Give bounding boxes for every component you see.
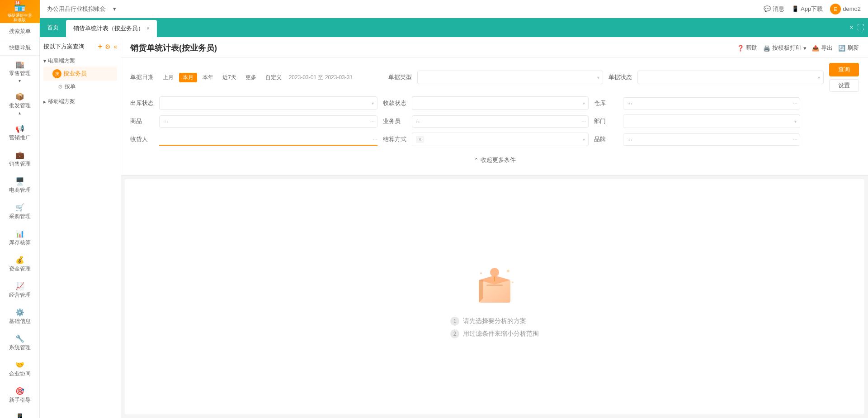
mobile-scheme-label: 移动端方案	[48, 98, 75, 105]
recv-status-select: ▾	[412, 96, 589, 110]
sidebar-item-marketing-label: 营销推广	[9, 134, 31, 142]
doc-type-display[interactable]	[417, 71, 604, 84]
sidebar-item-finance-label: 资金管理	[9, 265, 31, 273]
out-status-display[interactable]	[159, 96, 377, 110]
window-controls: × ⛶	[849, 24, 868, 32]
export-button[interactable]: 📤 导出	[812, 44, 833, 52]
help-button[interactable]: ❓ 帮助	[737, 44, 758, 52]
goods-input-wrap: ···	[159, 115, 377, 128]
sidebar-item-marketing[interactable]: 📢 营销推广	[0, 120, 39, 146]
sidebar-item-newbie[interactable]: 🎯 新手引导	[0, 382, 39, 408]
settlement-label: 结算方式	[383, 135, 408, 143]
date-tab-last-month[interactable]: 上月	[159, 73, 177, 82]
filter-row-2: 出库状态 ▾ 收款状态 ▾ 仓库	[130, 96, 859, 110]
topbar-left: 办公用品行业模拟账套 ▾	[47, 5, 116, 13]
scheme-item-salesperson[interactable]: 按 按业务员	[43, 66, 117, 81]
desktop-scheme-group-title[interactable]: ▾ 电脑端方案	[43, 55, 117, 66]
left-panel-actions: + ⚙ «	[98, 43, 117, 51]
sidebar-quick-nav[interactable]: 快捷导航	[0, 40, 39, 56]
goods-input[interactable]	[159, 115, 377, 128]
filter-area: 单据日期 上月 本月 本年 近7天 更多 自定义 2023-03-01 至 20…	[121, 57, 868, 176]
print-dropdown-icon: ▾	[803, 45, 807, 52]
sidebar-logo: 🏪 畅捷通好生意 标准版	[0, 0, 40, 23]
dept-select: ▾	[623, 114, 800, 128]
query-button[interactable]: 查询	[829, 63, 859, 76]
print-button[interactable]: 🖨️ 按模板打印 ▾	[763, 44, 807, 52]
dropdown-icon: ▾	[113, 5, 116, 12]
doc-type-arrow-icon: ▾	[597, 75, 599, 80]
window-max-button[interactable]: ⛶	[857, 24, 864, 32]
warehouse-dots-icon: ···	[793, 100, 797, 106]
brand-input[interactable]	[623, 133, 800, 146]
logo-text: 畅捷通好生意	[8, 13, 32, 18]
tab-home[interactable]: 首页	[40, 18, 66, 37]
refresh-button[interactable]: 🔄 刷新	[838, 44, 859, 52]
settings-button[interactable]: 设置	[829, 79, 859, 92]
receiver-input-wrap: ···	[159, 133, 377, 146]
sidebar-item-inventory[interactable]: 📊 库存核算	[0, 225, 39, 251]
salesperson-input[interactable]	[412, 115, 589, 128]
sidebar-item-basic[interactable]: ⚙️ 基础信息	[0, 304, 39, 330]
dept-label: 部门	[594, 117, 619, 125]
tab-home-label: 首页	[47, 24, 59, 32]
collapse-bar: ⌃ 收起更多条件	[130, 151, 859, 170]
settlement-tag: ×	[416, 136, 424, 143]
basic-icon: ⚙️	[15, 308, 24, 317]
recv-status-display[interactable]	[412, 96, 589, 110]
sidebar-item-retail[interactable]: 🏬 零售管理 ▾	[0, 56, 39, 88]
sidebar-item-purchase[interactable]: 🛒 采购管理	[0, 199, 39, 225]
svg-point-7	[490, 268, 499, 277]
tab-close-button[interactable]: ×	[146, 25, 150, 32]
sidebar-item-system-label: 系统管理	[9, 344, 31, 352]
sidebar-item-wholesale[interactable]: 📦 批发管理 ▴	[0, 88, 39, 120]
date-tab-this-month[interactable]: 本月	[179, 73, 197, 82]
sidebar-item-sales[interactable]: 💼 销售管理	[0, 146, 39, 172]
sidebar-search-menu[interactable]: 搜索菜单	[0, 23, 39, 40]
brand-input-wrap: ···	[623, 133, 800, 146]
print-icon: 🖨️	[763, 45, 770, 52]
tab-sales-report[interactable]: 销货单统计表（按业务员） ×	[66, 20, 157, 37]
add-scheme-button[interactable]: +	[98, 43, 102, 51]
date-tab-custom[interactable]: 自定义	[262, 73, 285, 82]
operation-icon: 📈	[15, 282, 24, 290]
sidebar-item-finance[interactable]: 💰 资金管理	[0, 251, 39, 277]
topbar-dropdown[interactable]: ▾	[113, 5, 116, 12]
tab-active-label: 销货单统计表（按业务员）	[73, 24, 144, 33]
settlement-display[interactable]: ×	[412, 133, 589, 146]
date-tab-this-year[interactable]: 本年	[199, 73, 217, 82]
marketing-icon: 📢	[15, 124, 24, 133]
topbar-title: 办公用品行业模拟账套	[47, 5, 106, 13]
svg-point-4	[507, 270, 509, 272]
topbar-user[interactable]: E demo2	[830, 4, 861, 14]
warehouse-input[interactable]	[623, 97, 800, 109]
collapse-button[interactable]: ⌃ 收起更多条件	[468, 154, 521, 166]
topbar-message[interactable]: 💬 消息	[764, 5, 784, 13]
warehouse-label: 仓库	[594, 99, 619, 107]
enterprise-icon: 🤝	[15, 361, 24, 369]
sidebar-item-enterprise[interactable]: 🤝 企业协同	[0, 356, 39, 382]
scheme-sub-item-by-order[interactable]: ⚙ 按单	[43, 81, 117, 92]
tip2-text: 用过滤条件来缩小分析范围	[463, 330, 539, 338]
sidebar-item-appcenter[interactable]: 📱 应用中心	[0, 408, 39, 418]
date-tab-more[interactable]: 更多	[242, 73, 260, 82]
tip1-num: 1	[450, 317, 459, 326]
brand-dots-icon: ···	[793, 136, 797, 142]
date-tab-7days[interactable]: 近7天	[219, 73, 240, 82]
doc-type-label: 单据类型	[388, 73, 414, 81]
collapse-panel-button[interactable]: «	[113, 43, 117, 50]
mobile-scheme-group-title[interactable]: ▸ 移动端方案	[43, 96, 117, 107]
brand-label: 品牌	[594, 135, 619, 143]
window-close-button[interactable]: ×	[849, 24, 854, 32]
sidebar-item-operation[interactable]: 📈 经营管理	[0, 277, 39, 304]
doc-status-display[interactable]	[637, 71, 824, 84]
sidebar-item-ecommerce-label: 电商管理	[9, 186, 31, 194]
sidebar-item-ecommerce[interactable]: 🖥️ 电商管理	[0, 172, 39, 199]
dept-display[interactable]	[623, 114, 800, 128]
topbar-app-download[interactable]: 📱 App下载	[792, 5, 823, 13]
svg-point-6	[512, 281, 514, 283]
sidebar-item-system[interactable]: 🔧 系统管理	[0, 330, 39, 356]
settlement-tag-remove[interactable]: ×	[419, 137, 421, 142]
receiver-input[interactable]	[159, 133, 377, 146]
scheme-settings-icon: ⚙	[105, 43, 111, 50]
recv-status-arrow-icon: ▾	[583, 101, 585, 106]
